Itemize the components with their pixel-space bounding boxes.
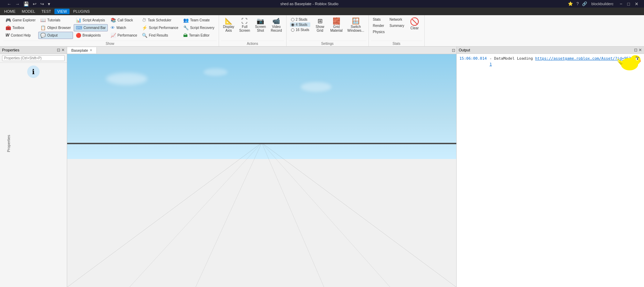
team-create-icon: 👥 — [183, 18, 189, 23]
username-label: blockbuilderc — [591, 2, 613, 6]
tutorials-label: Tutorials — [47, 18, 60, 22]
properties-side-label: Properties — [7, 135, 11, 152]
find-results-button[interactable]: 🔍 Find Results — [140, 32, 180, 39]
game-explorer-button[interactable]: 🎮 Game Explorer — [3, 17, 38, 24]
quick-access-toolbar: ← → 💾 ↩ ↪ ▾ — [6, 1, 52, 7]
context-help-button[interactable]: W Context Help — [3, 32, 38, 39]
minimize-button[interactable]: − — [619, 1, 624, 7]
ribbon-group-settings: 2 Studs 4 Studs 16 Studs ⊞ ShowGrid — [287, 15, 369, 46]
studs-radio-group: 2 Studs 4 Studs 16 Studs — [289, 17, 312, 33]
baseplate-tab[interactable]: Baseplate ✕ — [67, 47, 97, 53]
studs-16-dot — [291, 28, 294, 32]
team-create-label: Team Create — [190, 18, 210, 22]
show-grid-button[interactable]: ⊞ ShowGrid — [312, 17, 328, 34]
tutorials-button[interactable]: 📖 Tutorials — [38, 17, 73, 24]
display-axis-button[interactable]: 📐 DisplayAxis — [221, 17, 237, 34]
watch-button[interactable]: 👁 Watch — [108, 24, 139, 31]
script-recovery-icon: 🔧 — [183, 25, 189, 30]
task-scheduler-button[interactable]: ⏱ Task Scheduler — [140, 17, 180, 24]
full-screen-button[interactable]: ⛶ FullScreen — [237, 17, 252, 34]
menu-item-test[interactable]: TEST — [39, 9, 54, 14]
command-bar-label: Command Bar — [84, 26, 106, 30]
menu-item-view[interactable]: VIEW — [54, 9, 70, 14]
svg-point-15 — [637, 58, 638, 60]
menu-item-model[interactable]: MODEL — [19, 9, 38, 14]
viewport[interactable] — [67, 54, 456, 287]
find-results-label: Find Results — [149, 33, 168, 37]
scene-background — [67, 54, 456, 287]
settings-group-label: Settings — [289, 41, 366, 46]
window-title: shed as Baseplate - Roblox Studio — [52, 2, 567, 6]
render-button[interactable]: Render — [371, 23, 387, 29]
undo-button[interactable]: ↩ — [31, 1, 38, 7]
show-col-2: 📖 Tutorials 📋 Object Browser 💬 Output — [38, 17, 73, 39]
studs-16-label: 16 Studs — [296, 28, 309, 32]
network-label: Network — [389, 18, 402, 21]
stats-button[interactable]: Stats — [371, 17, 387, 22]
command-bar-button[interactable]: ⌨ Command Bar — [74, 24, 108, 31]
video-record-button[interactable]: 📹 VideoRecord — [269, 17, 284, 34]
object-browser-icon: 📋 — [40, 25, 46, 30]
display-axis-label: DisplayAxis — [223, 25, 235, 32]
screen-shot-icon: 📷 — [257, 18, 264, 24]
studs-16-option[interactable]: 16 Studs — [290, 28, 310, 32]
maximize-button[interactable]: □ — [626, 1, 631, 7]
script-recovery-button[interactable]: 🔧 Script Recovery — [181, 24, 217, 31]
watch-icon: 👁 — [111, 25, 115, 30]
screen-shot-button[interactable]: 📷 ScreenShot — [253, 17, 268, 34]
context-help-icon: W — [6, 33, 9, 38]
ribbon-content: 🎮 Game Explorer 🧰 Toolbox W Context Help — [0, 15, 644, 46]
switch-windows-button[interactable]: 🪟 SwitchWindows... — [345, 17, 366, 34]
stats-col-2: Network Summary — [387, 17, 406, 29]
studs-4-option[interactable]: 4 Studs — [290, 22, 310, 27]
output-float-button[interactable]: ⊡ — [634, 48, 637, 52]
call-stack-button[interactable]: 📚 Call Stack — [108, 17, 139, 24]
close-button[interactable]: ✕ — [633, 1, 640, 7]
help-button[interactable]: ? — [576, 1, 580, 7]
team-create-button[interactable]: 👥 Team Create — [181, 17, 217, 24]
terrain-editor-button[interactable]: 🏔 Terrain Editor — [181, 32, 217, 39]
baseplate-tab-close[interactable]: ✕ — [90, 48, 92, 52]
network-button[interactable]: Network — [387, 17, 406, 22]
toolbox-icon: 🧰 — [6, 25, 11, 30]
stats-col-1: Stats Render Physics — [371, 17, 387, 35]
studs-2-option[interactable]: 2 Studs — [290, 17, 310, 22]
performance-label: Performance — [117, 33, 137, 37]
object-browser-button[interactable]: 📋 Object Browser — [38, 24, 73, 31]
save-button[interactable]: 💾 — [22, 1, 30, 7]
menu-item-home[interactable]: HOME — [1, 9, 18, 14]
output-close-button[interactable]: ✕ — [638, 48, 642, 52]
title-bar: ← → 💾 ↩ ↪ ▾ shed as Baseplate - Roblox S… — [0, 0, 644, 8]
script-performance-button[interactable]: ⚡ Script Performance — [140, 24, 180, 31]
find-results-icon: 🔍 — [142, 33, 147, 38]
breakpoints-button[interactable]: 🔴 Breakpoints — [74, 32, 108, 39]
menu-item-plugins[interactable]: PLUGINS — [70, 9, 92, 14]
properties-icon-area: ℹ — [0, 63, 67, 81]
physics-label: Physics — [373, 30, 385, 34]
forward-button[interactable]: → — [14, 1, 21, 7]
star-button[interactable]: ⭐ — [567, 1, 574, 7]
toolbox-button[interactable]: 🧰 Toolbox — [3, 24, 38, 31]
share-button[interactable]: 🔗 — [581, 1, 588, 7]
redo-button[interactable]: ↪ — [39, 1, 45, 7]
grid-material-button[interactable]: 🧱 GridMaterial — [328, 17, 345, 34]
studs-2-label: 2 Studs — [296, 18, 308, 21]
back-button[interactable]: ← — [6, 1, 13, 7]
svg-point-13 — [630, 55, 641, 65]
properties-close-button[interactable]: ✕ — [61, 48, 65, 52]
more-button[interactable]: ▾ — [46, 1, 52, 7]
script-analysis-button[interactable]: 📊 Script Analysis — [74, 17, 108, 24]
properties-float-button[interactable]: ⊡ — [57, 48, 60, 52]
switch-windows-label: SwitchWindows... — [347, 25, 364, 32]
summary-button[interactable]: Summary — [387, 23, 406, 29]
viewport-restore-button[interactable]: ⊡ — [451, 47, 456, 53]
clear-label: Clear — [411, 26, 419, 30]
properties-search-input[interactable] — [2, 55, 65, 61]
performance-button[interactable]: 📈 Performance — [108, 32, 139, 39]
call-stack-label: Call Stack — [117, 18, 133, 22]
clear-button[interactable]: 🚫 Clear — [407, 17, 422, 31]
physics-button[interactable]: Physics — [371, 29, 387, 35]
output-button[interactable]: 💬 Output — [38, 32, 73, 39]
full-screen-icon: ⛶ — [241, 18, 248, 24]
terrain-editor-icon: 🏔 — [183, 33, 188, 38]
